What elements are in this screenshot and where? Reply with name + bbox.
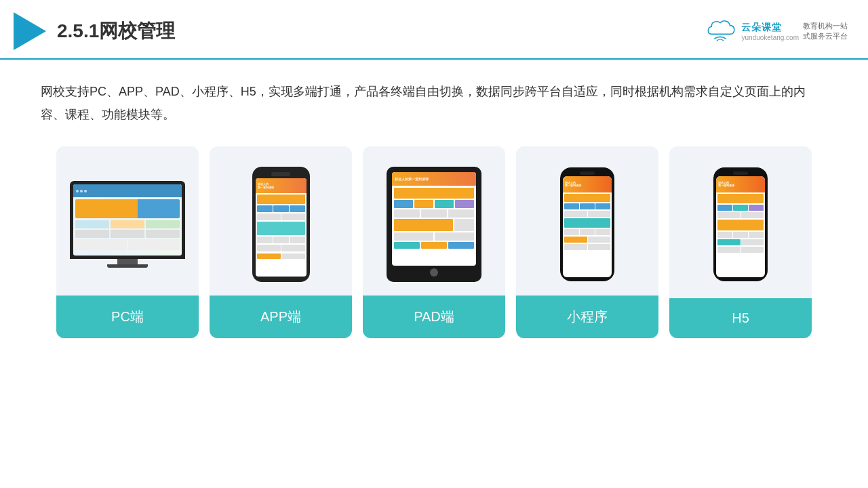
- logo-slogan: 教育机构一站式服务云平台: [803, 21, 848, 42]
- pc-base: [107, 264, 148, 268]
- pc-image-area: [56, 146, 199, 296]
- app-phone-mockup: 职达人的第一堂判读课: [252, 167, 310, 282]
- pc-stand: [117, 259, 138, 264]
- h5-card: 职达人的第一堂判读课: [669, 146, 812, 338]
- phone-new-notch: [580, 171, 595, 175]
- app-image-area: 职达人的第一堂判读课: [210, 146, 352, 296]
- phone-new-screen: 职达人的第一堂判读课: [563, 176, 612, 277]
- h5-phone-screen: 职达人的第一堂判读课: [716, 176, 765, 277]
- mini-program-phone-mockup: 职达人的第一堂判读课: [560, 167, 614, 281]
- tablet-home-btn: [430, 268, 438, 277]
- brand-triangle-icon: [14, 12, 46, 50]
- logo-text-group: 云朵课堂 yunduoketang.com: [741, 22, 799, 41]
- header-right: 云朵课堂 yunduoketang.com 教育机构一站式服务云平台: [703, 19, 848, 43]
- mini-program-card: 职达人的第一堂判读课: [516, 146, 658, 338]
- description-text: 网校支持PC、APP、PAD、小程序、H5，实现多端打通，产品各终端自由切换，数…: [41, 80, 827, 126]
- cloud-logo: 云朵课堂 yunduoketang.com 教育机构一站式服务云平台: [703, 19, 848, 43]
- page-title: 2.5.1网校管理: [57, 18, 175, 44]
- tablet-mockup: 职达人的第一堂判读课: [387, 167, 481, 282]
- pad-label: PAD端: [363, 296, 505, 338]
- phone-screen: 职达人的第一堂判读课: [256, 178, 307, 277]
- pc-mockup: [70, 181, 185, 268]
- pc-nav: [73, 184, 182, 197]
- main-content: 网校支持PC、APP、PAD、小程序、H5，实现多端打通，产品各终端自由切换，数…: [0, 60, 868, 352]
- pc-label: PC端: [56, 296, 199, 338]
- header: 2.5.1网校管理 云朵课堂 yunduoketang.com 教育机构一站式服…: [0, 0, 868, 60]
- pad-card: 职达人的第一堂判读课: [363, 146, 505, 338]
- h5-phone-notch: [733, 171, 748, 175]
- tablet-screen: 职达人的第一堂判读课: [392, 172, 476, 266]
- logo-url: yunduoketang.com: [741, 34, 799, 41]
- h5-image-area: 职达人的第一堂判读课: [669, 146, 812, 296]
- cloud-icon: [703, 19, 737, 43]
- app-card: 职达人的第一堂判读课: [210, 146, 352, 338]
- header-left: 2.5.1网校管理: [14, 12, 175, 50]
- mini-program-label: 小程序: [516, 296, 658, 338]
- mini-program-image-area: 职达人的第一堂判读课: [516, 146, 658, 296]
- app-label: APP端: [210, 296, 352, 338]
- h5-label: H5: [669, 298, 812, 338]
- phone-notch: [271, 172, 290, 176]
- logo-name: 云朵课堂: [741, 22, 782, 34]
- pc-card: PC端: [56, 146, 199, 338]
- cards-section: PC端 职达人的第一堂判读课: [41, 146, 827, 338]
- pad-image-area: 职达人的第一堂判读课: [363, 146, 505, 296]
- h5-phone-mockup: 职达人的第一堂判读课: [713, 167, 768, 281]
- pc-screen: [70, 181, 185, 259]
